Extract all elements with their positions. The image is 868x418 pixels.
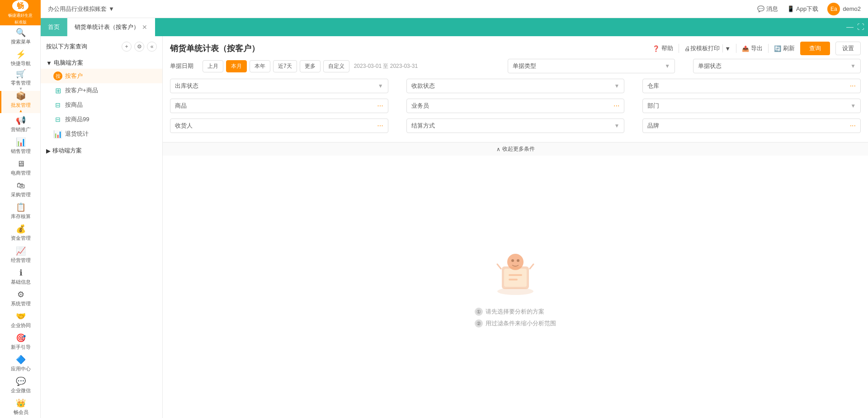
brand-select[interactable]: 品牌 ··· [642, 119, 861, 133]
date-btn-this-month[interactable]: 本月 [226, 60, 247, 72]
tab-close-icon[interactable]: ✕ [142, 24, 147, 31]
message-label: 消息 [766, 5, 778, 13]
sidebar-item-label: 销售管理 [11, 148, 31, 155]
sidebar-item-basic-info[interactable]: ℹ 基础信息 [0, 266, 40, 287]
main-area: 办公用品行业模拟账套 ▼ 💬 消息 📱 App下载 Ea demo2 首页 销货… [41, 0, 868, 418]
svg-point-4 [511, 259, 514, 262]
minimize-icon[interactable]: — [846, 23, 854, 31]
print-button[interactable]: 🖨 按模板打印 ▼ [684, 44, 731, 52]
date-quick-buttons: 上月 本月 本年 近7天 更多 自定义 2023-03-01 至 2023-03… [203, 60, 418, 72]
left-panel-header: 按以下方案查询 + ⚙ « [41, 42, 162, 55]
salesperson-select[interactable]: 业务员 ··· [406, 99, 625, 113]
department-select[interactable]: 部门 ▼ [642, 99, 861, 113]
account-selector[interactable]: 办公用品行业模拟账套 ▼ [48, 5, 114, 13]
brand-dots-icon[interactable]: ··· [850, 122, 856, 130]
goods-dots-icon[interactable]: ··· [377, 102, 383, 110]
print-dropdown-icon[interactable]: ▼ [723, 45, 731, 52]
salesperson-dots-icon[interactable]: ··· [613, 102, 619, 110]
scheme-item-by-customer-goods[interactable]: ⊞ 按客户+商品 [41, 83, 162, 98]
date-btn-this-year[interactable]: 本年 [250, 60, 270, 72]
receiver-select[interactable]: 收货人 ··· [170, 119, 388, 133]
sidebar-item-search[interactable]: 🔍 搜索菜单 [0, 25, 40, 47]
sidebar-item-retail[interactable]: 🛒 零售管理 ▼ [0, 69, 40, 91]
date-btn-last7[interactable]: 近7天 [273, 60, 297, 72]
date-btn-custom[interactable]: 自定义 [323, 60, 349, 72]
sidebar-item-sales-mgmt[interactable]: 📊 销售管理 [0, 135, 40, 157]
tab-home[interactable]: 首页 [41, 18, 67, 36]
scheme-item-by-customer[interactable]: 按 按客户 [41, 69, 162, 83]
scheme-group-pc-header[interactable]: ▼ 电脑端方案 [41, 57, 162, 69]
out-status-label: 出库状态 [175, 82, 198, 90]
dropdown-arrow-icon: ▼ [108, 5, 114, 12]
scheme-group-mobile-header[interactable]: ▶ 移动端方案 [41, 145, 162, 157]
filter-row-1: 单据日期 上月 本月 本年 近7天 更多 自定义 2023-03-01 至 20… [170, 59, 861, 73]
date-btn-more[interactable]: 更多 [300, 60, 321, 72]
scheme-group-mobile-label: 移动端方案 [52, 147, 82, 155]
add-scheme-button[interactable]: + [122, 42, 132, 52]
sidebar-item-system[interactable]: ⚙ 系统管理 [0, 287, 40, 309]
collapse-label: 收起更多条件 [502, 145, 535, 153]
sidebar-item-finance[interactable]: 💰 资金管理 [0, 222, 40, 244]
user-menu-button[interactable]: Ea demo2 [827, 3, 861, 15]
help-icon: ❓ [652, 45, 660, 52]
department-label: 部门 [647, 102, 659, 110]
sidebar-item-label: 搜索菜单 [11, 38, 31, 45]
settings-button[interactable]: 设置 [835, 42, 861, 55]
inventory-icon: 📋 [16, 202, 26, 212]
filter-row-4: 收货人 ··· 结算方式 ▼ 品牌 ··· [170, 119, 861, 133]
refresh-button[interactable]: 🔄 刷新 [774, 44, 795, 52]
payment-status-select[interactable]: 收款状态 ▼ [406, 79, 625, 93]
sidebar-item-newbie[interactable]: 🎯 新手引导 [0, 331, 40, 353]
svg-line-9 [530, 264, 533, 269]
goods-select[interactable]: 商品 ··· [170, 99, 388, 113]
sidebar-item-inventory[interactable]: 📋 库存核算 [0, 200, 40, 222]
receiver-dots-icon[interactable]: ··· [377, 122, 383, 130]
date-filter-label: 单据日期 [170, 62, 197, 70]
sidebar-item-operations[interactable]: 📈 经营管理 [0, 244, 40, 266]
sidebar-item-app-center[interactable]: 🔷 应用中心 [0, 353, 40, 375]
sidebar-item-marketing[interactable]: 📢 营销推广 [0, 113, 40, 135]
page-title: 销货单统计表（按客户） [170, 43, 259, 54]
print-label: 按模板打印 [690, 44, 723, 52]
sidebar-logo[interactable]: 畅 畅捷通好生意 标准版 [0, 0, 41, 25]
sidebar-item-enterprise-wechat[interactable]: 💬 企业微信 [0, 375, 40, 396]
warehouse-dots-icon[interactable]: ··· [850, 82, 856, 90]
scheme-item-return-stat[interactable]: 📊 退货统计 [41, 127, 162, 141]
maximize-icon[interactable]: ⛶ [857, 23, 864, 31]
newbie-icon: 🎯 [16, 333, 26, 343]
svg-rect-2 [504, 269, 527, 287]
sidebar-item-ecommerce[interactable]: 🖥 电商管理 [0, 157, 40, 179]
scheme-item-label: 按客户+商品 [65, 86, 98, 95]
sidebar: 畅 畅捷通好生意 标准版 🔍 搜索菜单 ⚡ 快捷导航 🛒 零售管理 ▼ 📦 批发… [0, 0, 41, 418]
sidebar-item-wholesale[interactable]: 📦 批发管理 ▲ [0, 91, 40, 113]
department-arrow-icon: ▼ [850, 103, 856, 109]
out-status-select[interactable]: 出库状态 ▼ [170, 79, 388, 93]
settlement-select[interactable]: 结算方式 ▼ [406, 119, 625, 133]
doc-type-select[interactable]: 单据类型 ▼ [508, 59, 675, 73]
logo-icon: 畅 [12, 0, 28, 12]
filter-area: 单据日期 上月 本月 本年 近7天 更多 自定义 2023-03-01 至 20… [163, 59, 868, 142]
brand-label: 品牌 [647, 122, 659, 130]
scheme-item-by-goods[interactable]: ⊟ 按商品 [41, 98, 162, 112]
message-button[interactable]: 💬 消息 [757, 5, 778, 13]
collapse-more-bar[interactable]: ∧ 收起更多条件 [163, 142, 868, 156]
scheme-icon-table1: ⊟ [53, 100, 62, 109]
search-icon: 🔍 [16, 28, 26, 38]
date-btn-last-month[interactable]: 上月 [203, 60, 223, 72]
settings-scheme-button[interactable]: ⚙ [134, 42, 144, 52]
sidebar-item-enterprise[interactable]: 🤝 企业协同 [0, 309, 40, 331]
collapse-panel-button[interactable]: « [147, 42, 157, 52]
query-button[interactable]: 查询 [800, 42, 830, 55]
tab-sales-stat[interactable]: 销货单统计表（按客户） ✕ [67, 18, 155, 36]
sidebar-item-quick-nav[interactable]: ⚡ 快捷导航 [0, 47, 40, 69]
app-download-button[interactable]: 📱 App下载 [787, 5, 818, 13]
doc-status-select[interactable]: 单据状态 ▼ [693, 59, 861, 73]
warehouse-select[interactable]: 仓库 ··· [642, 79, 861, 93]
scheme-item-by-goods-99[interactable]: ⊟ 按商品99 [41, 112, 162, 127]
sidebar-item-member[interactable]: 👑 畅会员 [0, 396, 40, 418]
app-download-label: App下载 [796, 5, 818, 13]
help-button[interactable]: ❓ 帮助 [652, 44, 673, 52]
quick-nav-icon: ⚡ [16, 49, 26, 59]
export-button[interactable]: 📤 导出 [742, 44, 763, 52]
sidebar-item-purchase[interactable]: 🛍 采购管理 [0, 179, 40, 200]
